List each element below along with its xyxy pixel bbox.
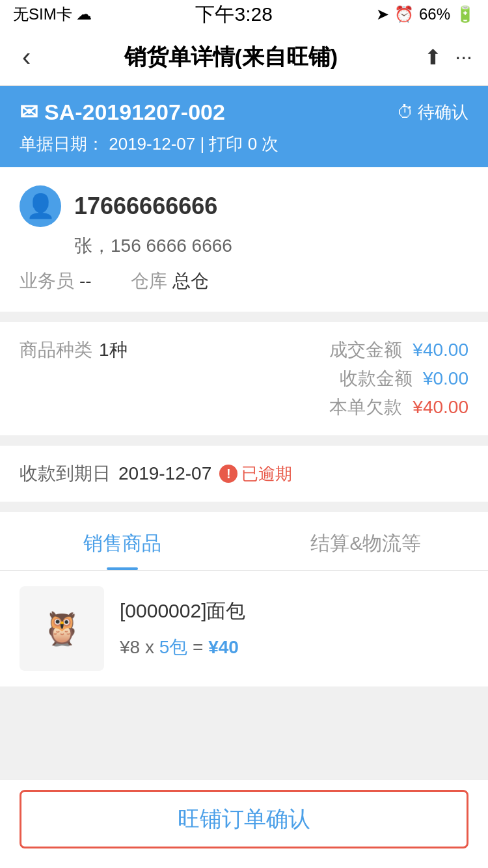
type-value: 1种 — [99, 338, 128, 362]
status-time: 下午3:28 — [195, 1, 272, 28]
warehouse-label: 仓库 — [131, 269, 167, 293]
status-right: ➤ ⏰ 66% 🔋 — [376, 5, 475, 23]
tab-sales-label: 销售商品 — [83, 532, 161, 554]
battery-label: 66% — [419, 5, 450, 23]
location-icon: ➤ — [376, 5, 389, 23]
product-info: [0000002]面包 ¥8 x 5包 = ¥40 — [120, 598, 468, 660]
tab-sales-products[interactable]: 销售商品 — [0, 512, 244, 570]
customer-phone: 17666666666 — [74, 193, 217, 220]
product-item: 🦉 [0000002]面包 ¥8 x 5包 = ¥40 — [20, 586, 468, 671]
overdue-label: 已逾期 — [241, 463, 292, 485]
order-date: 单据日期： 2019-12-07 | 打印 0 次 — [20, 133, 468, 156]
status-left: 无SIM卡 ☁ — [13, 4, 92, 25]
summary-section: 商品种类 1种 成交金额 ¥40.00 收款金额 ¥0.00 本单欠款 ¥40.… — [0, 322, 488, 435]
due-label: 收款到期日 — [20, 461, 111, 486]
owed-label: 本单欠款 — [329, 395, 402, 420]
amount-label: 成交金额 — [329, 338, 402, 362]
product-thumbnail: 🦉 — [20, 586, 104, 671]
product-name: [0000002]面包 — [120, 598, 468, 625]
more-icon[interactable]: ··· — [455, 45, 472, 69]
alarm-icon: ⏰ — [394, 5, 414, 23]
amounts: 成交金额 ¥40.00 收款金额 ¥0.00 本单欠款 ¥40.00 — [329, 338, 468, 420]
price-total: ¥40 — [208, 637, 239, 657]
received-value: ¥0.00 — [423, 368, 468, 389]
amount-value: ¥40.00 — [413, 340, 468, 360]
product-logo-icon: 🦉 — [42, 610, 82, 647]
page-title: 销货单详情(来自旺铺) — [124, 42, 338, 72]
back-button[interactable]: ‹ — [16, 36, 37, 78]
status-bar: 无SIM卡 ☁ 下午3:28 ➤ ⏰ 66% 🔋 — [0, 0, 488, 29]
confirm-order-button[interactable]: 旺铺订单确认 — [20, 790, 468, 848]
status-clock-icon: ⏱ — [397, 102, 414, 122]
tabs-row: 销售商品 结算&物流等 — [0, 512, 488, 571]
order-id: ✉ SA-20191207-002 — [20, 99, 225, 125]
warning-icon: ! — [219, 465, 237, 483]
price-equals: = — [187, 637, 208, 657]
tab-settlement-label: 结算&物流等 — [310, 532, 421, 554]
overdue-badge: ! 已逾期 — [219, 463, 292, 485]
nav-bar: ‹ 销货单详情(来自旺铺) ⬆ ··· — [0, 29, 488, 86]
type-label: 商品种类 — [20, 338, 92, 362]
customer-name: 张，156 6666 6666 — [74, 234, 468, 258]
salesman-label: 业务员 — [20, 269, 74, 293]
salesman-value: -- — [79, 271, 92, 292]
order-banner: ✉ SA-20191207-002 ⏱ 待确认 单据日期： 2019-12-07… — [0, 86, 488, 167]
order-status: ⏱ 待确认 — [397, 101, 468, 124]
bottom-spacer — [0, 697, 488, 775]
share-icon[interactable]: ⬆ — [424, 45, 442, 70]
product-price: ¥8 x 5包 = ¥40 — [120, 635, 468, 660]
tab-underline — [107, 567, 138, 570]
nav-actions: ⬆ ··· — [424, 45, 472, 70]
product-section: 🦉 [0000002]面包 ¥8 x 5包 = ¥40 — [0, 571, 488, 686]
owed-value: ¥40.00 — [413, 397, 468, 418]
avatar-icon: 👤 — [26, 193, 55, 220]
due-date: 2019-12-07 — [118, 463, 211, 484]
due-section: 收款到期日 2019-12-07 ! 已逾期 — [0, 446, 488, 502]
warehouse-value: 总仓 — [172, 269, 209, 293]
order-icon: ✉ — [20, 99, 38, 125]
order-id-text: SA-20191207-002 — [44, 100, 225, 125]
customer-section: 👤 17666666666 张，156 6666 6666 业务员 -- 仓库 … — [0, 167, 488, 312]
sim-label: 无SIM卡 ☁ — [13, 4, 92, 25]
avatar: 👤 — [20, 185, 61, 227]
customer-meta: 业务员 -- 仓库 总仓 — [20, 269, 468, 293]
bottom-bar: 旺铺订单确认 — [0, 779, 488, 868]
received-label: 收款金额 — [340, 366, 413, 391]
tab-settlement[interactable]: 结算&物流等 — [244, 512, 488, 570]
status-label: 待确认 — [418, 101, 468, 124]
battery-icon: 🔋 — [455, 5, 475, 23]
price-qty: 5包 — [159, 637, 188, 657]
tabs-section: 销售商品 结算&物流等 — [0, 512, 488, 571]
price-unit: ¥8 x — [120, 637, 159, 657]
